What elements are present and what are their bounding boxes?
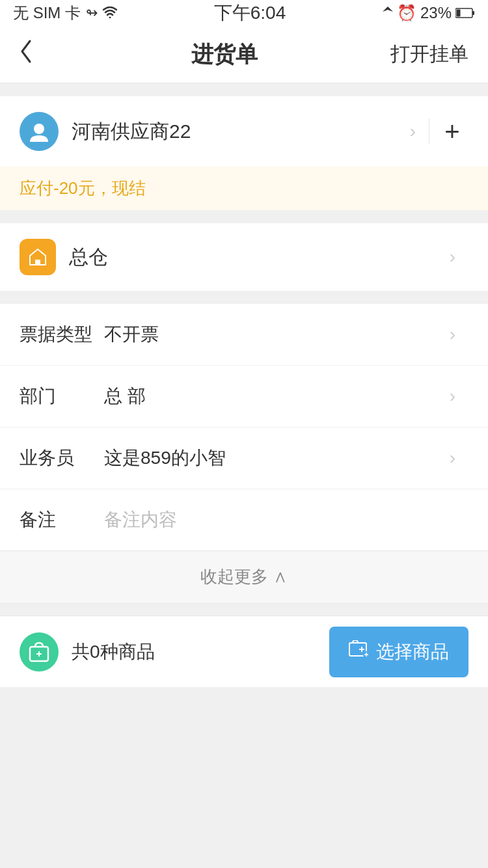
gray-background — [0, 687, 488, 868]
bottom-divider — [0, 603, 488, 616]
warehouse-section: 总仓 › — [0, 223, 488, 291]
warehouse-chevron-icon: › — [450, 247, 455, 267]
alarm-icon: ⏰ — [397, 4, 416, 22]
top-divider — [0, 83, 488, 96]
collapse-button[interactable]: 收起更多 ∧ — [0, 550, 488, 603]
vertical-divider — [429, 118, 429, 144]
add-supplier-button[interactable]: + — [436, 117, 468, 146]
status-left: 无 SIM 卡 ↬ — [13, 3, 117, 23]
salesperson-row[interactable]: 业务员 这是859的小智 › — [0, 427, 488, 489]
salesperson-value: 这是859的小智 — [104, 446, 450, 470]
remark-input[interactable]: 备注内容 — [104, 508, 468, 532]
warehouse-icon — [20, 239, 56, 275]
remark-label: 备注 — [20, 508, 98, 532]
back-button[interactable] — [20, 38, 59, 70]
wifi-bars — [103, 4, 117, 22]
warehouse-name: 总仓 — [69, 244, 450, 271]
department-row[interactable]: 部门 总 部 › — [0, 366, 488, 427]
wifi-icon: ↬ — [86, 5, 98, 21]
department-label: 部门 — [20, 384, 98, 409]
svg-rect-2 — [472, 11, 474, 15]
nav-bar: 进货单 打开挂单 — [0, 26, 488, 83]
select-product-label: 选择商品 — [376, 640, 449, 664]
supplier-row[interactable]: 河南供应商22 › + — [0, 96, 488, 167]
status-right: ⏰ 23% — [383, 4, 475, 22]
product-icon — [20, 632, 59, 671]
svg-point-0 — [109, 17, 111, 19]
salesperson-chevron-icon: › — [450, 448, 455, 468]
supplier-name: 河南供应商22 — [72, 118, 410, 145]
warehouse-row[interactable]: 总仓 › — [0, 223, 488, 291]
supplier-section: 河南供应商22 › + 应付-20元，现结 — [0, 96, 488, 210]
select-product-icon — [349, 640, 370, 663]
invoice-type-chevron-icon: › — [450, 324, 455, 345]
invoice-type-value: 不开票 — [104, 322, 450, 347]
location-icon — [383, 4, 393, 22]
form-section: 票据类型 不开票 › 部门 总 部 › 业务员 这是859的小智 › 备注 备注… — [0, 304, 488, 550]
carrier-label: 无 SIM 卡 — [13, 3, 81, 23]
status-time: 下午6:04 — [214, 1, 286, 25]
svg-rect-3 — [457, 10, 461, 17]
battery-percent: 23% — [420, 4, 452, 22]
open-pending-button[interactable]: 打开挂单 — [390, 41, 468, 68]
battery-icon — [455, 4, 475, 22]
invoice-type-label: 票据类型 — [20, 322, 98, 347]
notice-row: 应付-20元，现结 — [0, 167, 488, 210]
salesperson-label: 业务员 — [20, 446, 98, 470]
svg-rect-5 — [35, 260, 40, 265]
middle-divider-1 — [0, 210, 488, 223]
product-count-label: 共0种商品 — [72, 640, 329, 664]
middle-divider-2 — [0, 291, 488, 304]
status-bar: 无 SIM 卡 ↬ 下午6:04 ⏰ 23% — [0, 0, 488, 26]
select-product-button[interactable]: 选择商品 — [329, 627, 468, 677]
invoice-type-row[interactable]: 票据类型 不开票 › — [0, 304, 488, 366]
department-value: 总 部 — [104, 384, 450, 409]
supplier-avatar — [20, 112, 59, 151]
bottom-bar: 共0种商品 选择商品 — [0, 616, 488, 687]
nav-title: 进货单 — [191, 40, 258, 70]
supplier-chevron-icon: › — [410, 121, 416, 142]
svg-point-4 — [34, 124, 44, 134]
remark-row[interactable]: 备注 备注内容 — [0, 489, 488, 550]
department-chevron-icon: › — [450, 386, 455, 407]
